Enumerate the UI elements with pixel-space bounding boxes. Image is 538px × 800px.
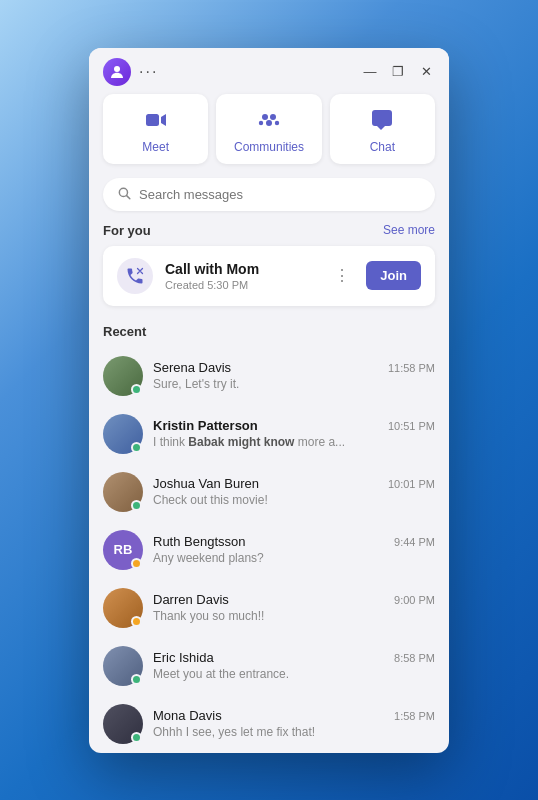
avatar-wrap: RB [103,530,143,570]
chat-content: Kristin Patterson 10:51 PM I think Babak… [153,418,435,449]
chat-content: Mona Davis 1:58 PM Ohhh I see, yes let m… [153,708,435,739]
nav-row: Meet Communities Chat [89,94,449,178]
recent-header: Recent [89,320,449,347]
chat-preview: Check out this movie! [153,493,435,507]
svg-point-0 [114,66,120,72]
status-indicator [131,500,142,511]
svg-point-3 [270,114,276,120]
avatar [103,58,131,86]
list-item[interactable]: Eric Ishida 8:58 PM Meet you at the entr… [89,637,449,695]
window-controls: — ❐ ✕ [361,63,435,81]
search-bar [103,178,435,211]
svg-rect-1 [146,114,159,126]
chat-time: 10:01 PM [388,478,435,490]
chat-time: 10:51 PM [388,420,435,432]
avatar-wrap [103,704,143,744]
for-you-title: For you [103,223,151,238]
chat-preview: Thank you so much!! [153,609,435,623]
maximize-button[interactable]: ❐ [389,63,407,81]
chat-name-row: Darren Davis 9:00 PM [153,592,435,607]
list-item[interactable]: Kristin Patterson 10:51 PM I think Babak… [89,405,449,463]
communities-label: Communities [234,140,304,154]
chat-time: 1:58 PM [394,710,435,722]
meet-icon [142,106,170,134]
avatar-wrap [103,414,143,454]
status-indicator [131,442,142,453]
chat-time: 11:58 PM [388,362,435,374]
chat-time: 9:44 PM [394,536,435,548]
more-options-icon[interactable]: ··· [139,63,353,81]
chat-name: Eric Ishida [153,650,214,665]
status-indicator [131,674,142,685]
svg-point-2 [262,114,268,120]
recent-title: Recent [103,324,146,339]
call-time: Created 5:30 PM [165,279,318,291]
avatar-wrap [103,356,143,396]
chat-name: Mona Davis [153,708,222,723]
chat-content: Serena Davis 11:58 PM Sure, Let's try it… [153,360,435,391]
chat-preview: Sure, Let's try it. [153,377,435,391]
chat-nav-button[interactable]: Chat [330,94,435,164]
chat-content: Darren Davis 9:00 PM Thank you so much!! [153,592,435,623]
list-item[interactable]: Serena Davis 11:58 PM Sure, Let's try it… [89,347,449,405]
status-indicator [131,732,142,743]
svg-point-4 [266,120,272,126]
chat-name: Joshua Van Buren [153,476,259,491]
meet-label: Meet [142,140,169,154]
chat-time: 9:00 PM [394,594,435,606]
chat-preview: Meet you at the entrance. [153,667,435,681]
svg-point-5 [259,120,263,124]
join-button[interactable]: Join [366,261,421,290]
avatar-wrap [103,646,143,686]
chat-name-row: Joshua Van Buren 10:01 PM [153,476,435,491]
chat-icon [368,106,396,134]
chat-time: 8:58 PM [394,652,435,664]
call-info: Call with Mom Created 5:30 PM [165,261,318,291]
minimize-button[interactable]: — [361,63,379,81]
title-bar: ··· — ❐ ✕ [89,48,449,94]
chat-name-row: Kristin Patterson 10:51 PM [153,418,435,433]
list-item[interactable]: Darren Davis 9:00 PM Thank you so much!! [89,579,449,637]
status-indicator [131,384,142,395]
search-input[interactable] [139,187,421,202]
avatar-wrap [103,472,143,512]
call-more-icon[interactable]: ⋮ [330,262,354,289]
chat-name-row: Serena Davis 11:58 PM [153,360,435,375]
svg-point-6 [275,120,279,124]
for-you-section-header: For you See more [89,223,449,246]
chat-name: Darren Davis [153,592,229,607]
chat-list: Serena Davis 11:58 PM Sure, Let's try it… [89,347,449,753]
status-indicator [131,616,142,627]
chat-label: Chat [370,140,395,154]
communities-icon [255,106,283,134]
chat-name-row: Mona Davis 1:58 PM [153,708,435,723]
call-name: Call with Mom [165,261,318,277]
avatar-wrap [103,588,143,628]
chat-preview: Any weekend plans? [153,551,435,565]
call-card: Call with Mom Created 5:30 PM ⋮ Join [103,246,435,306]
chat-name: Serena Davis [153,360,231,375]
chat-name: Ruth Bengtsson [153,534,246,549]
chat-content: Ruth Bengtsson 9:44 PM Any weekend plans… [153,534,435,565]
svg-line-8 [127,195,130,198]
communities-nav-button[interactable]: Communities [216,94,321,164]
chat-name: Kristin Patterson [153,418,258,433]
chat-preview: Ohhh I see, yes let me fix that! [153,725,435,739]
list-item[interactable]: Mona Davis 1:58 PM Ohhh I see, yes let m… [89,695,449,753]
list-item[interactable]: RB Ruth Bengtsson 9:44 PM Any weekend pl… [89,521,449,579]
chat-name-row: Eric Ishida 8:58 PM [153,650,435,665]
list-item[interactable]: Joshua Van Buren 10:01 PM Check out this… [89,463,449,521]
call-icon [117,258,153,294]
app-window: ··· — ❐ ✕ Meet [89,48,449,753]
chat-content: Eric Ishida 8:58 PM Meet you at the entr… [153,650,435,681]
status-indicator [131,558,142,569]
chat-preview: I think Babak might know more a... [153,435,435,449]
chat-content: Joshua Van Buren 10:01 PM Check out this… [153,476,435,507]
search-icon [117,186,131,203]
close-button[interactable]: ✕ [417,63,435,81]
meet-nav-button[interactable]: Meet [103,94,208,164]
see-more-button[interactable]: See more [383,223,435,237]
chat-name-row: Ruth Bengtsson 9:44 PM [153,534,435,549]
